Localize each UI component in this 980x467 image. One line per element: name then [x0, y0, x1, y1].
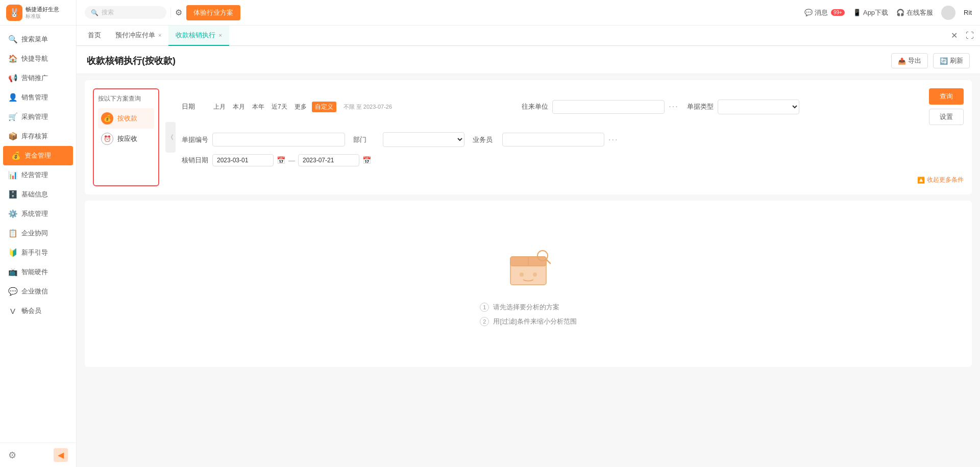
query-button[interactable]: 查询	[929, 88, 964, 105]
main-area: 🔍 搜索 ⚙ 体验行业方案 💬 消息 99+ 📱 App下载 🎧 在线客服 Ri…	[77, 0, 980, 467]
verify-date-end[interactable]	[298, 154, 359, 166]
empty-illustration	[498, 241, 559, 292]
topbar-search-box[interactable]: 🔍 搜索	[85, 6, 166, 19]
wechat-icon: 💬	[8, 287, 17, 296]
sidebar-item-enterprise[interactable]: 📋企业协同	[0, 224, 76, 243]
date-field: 日期 上月 本月 本年 近7天 更多 自定义 不限 至 2023-07-26	[182, 102, 392, 112]
filter-sidebar-title: 按以下方案查询	[98, 94, 154, 103]
sidebar-item-label: 资金管理	[24, 151, 51, 160]
smart-hw-icon: 📺	[8, 267, 17, 277]
sidebar-item-sales[interactable]: 👤销售管理	[0, 88, 76, 107]
shortcut-last-month[interactable]: 上月	[211, 102, 228, 112]
logo-text: 畅捷通好生意 标准版	[26, 6, 59, 19]
tabbar: 首页预付冲应付单×收款核销执行× ✕ ⛶	[77, 26, 980, 46]
sidebar-item-label: 智能硬件	[21, 267, 48, 277]
sidebar-item-label: 企业协同	[21, 229, 48, 238]
collapse-sidebar-icon[interactable]: ◀	[54, 448, 68, 462]
vip-icon: V	[8, 307, 17, 315]
finance-icon: 💰	[11, 151, 20, 160]
date-separator: —	[288, 157, 295, 164]
receipt-icon: 💰	[101, 112, 113, 125]
sidebar-item-marketing[interactable]: 📢营销推广	[0, 68, 76, 88]
page-title: 收款核销执行(按收款)	[87, 55, 176, 67]
guide-icon: 🔰	[8, 248, 17, 257]
shortcut-more[interactable]: 更多	[292, 102, 309, 112]
sidebar-item-operations[interactable]: 📊经营管理	[0, 165, 76, 185]
sidebar-item-finance[interactable]: 💰资金管理	[3, 146, 73, 165]
purchase-icon: 🛒	[8, 112, 17, 121]
sidebar-item-label: 经营管理	[21, 170, 48, 180]
tab-close-receipt-offset[interactable]: ×	[218, 32, 222, 38]
sidebar-item-label: 系统管理	[21, 209, 48, 218]
collapse-more-btn[interactable]: 🔼 收起更多条件	[182, 174, 964, 186]
shortcut-this-month[interactable]: 本月	[231, 102, 247, 112]
topbar-divider	[170, 8, 171, 18]
calendar-end-icon[interactable]: 📅	[362, 156, 371, 164]
department-field: 部门	[353, 132, 464, 147]
filter-option-by-receipt[interactable]: 💰 按收款	[98, 108, 154, 129]
messages-item[interactable]: 💬 消息 99+	[804, 8, 845, 17]
tab-label-receipt-offset: 收款核销执行	[176, 31, 215, 40]
search-icon: 🔍	[8, 35, 17, 44]
tab-home[interactable]: 首页	[81, 26, 108, 46]
sidebar-item-basic-info[interactable]: 🗄️基础信息	[0, 185, 76, 204]
sidebar-item-label: 营销推广	[21, 73, 48, 83]
tab-receipt-offset[interactable]: 收款核销执行×	[168, 26, 229, 46]
tab-close-prepay-offset[interactable]: ×	[158, 32, 161, 38]
sidebar-item-inventory[interactable]: 📦库存核算	[0, 127, 76, 146]
doc-no-input[interactable]	[212, 133, 345, 146]
department-label: 部门	[353, 135, 379, 144]
sidebar: 🐰 畅捷通好生意 标准版 🔍搜索菜单🏠快捷导航📢营销推广👤销售管理🛒采购管理📦库…	[0, 0, 77, 467]
partner-label: 往来单位	[522, 102, 548, 111]
employee-input[interactable]	[502, 133, 604, 146]
sidebar-item-wechat[interactable]: 💬企业微信	[0, 282, 76, 301]
date-shortcuts: 上月 本月 本年 近7天 更多 自定义	[211, 102, 336, 112]
sidebar-item-quick-nav[interactable]: 🏠快捷导航	[0, 49, 76, 68]
user-name: Rit	[964, 9, 972, 16]
department-select[interactable]	[383, 132, 464, 147]
sidebar-item-smart-hw[interactable]: 📺智能硬件	[0, 262, 76, 282]
sidebar-bottom: ⚙ ◀	[0, 443, 76, 467]
filter-option-by-receivable[interactable]: ⏰ 按应收	[98, 129, 154, 149]
filter-collapse-button[interactable]: 《	[165, 122, 176, 153]
page-header: 收款核销执行(按收款) 📤 导出 🔄 刷新	[77, 46, 980, 74]
settings-icon[interactable]: ⚙	[8, 450, 16, 461]
app-icon: 📱	[853, 9, 861, 16]
marketing-icon: 📢	[8, 73, 17, 83]
partner-dots[interactable]: ···	[669, 102, 678, 111]
customer-service-item[interactable]: 🎧 在线客服	[896, 8, 933, 17]
sidebar-nav: 🔍搜索菜单🏠快捷导航📢营销推广👤销售管理🛒采购管理📦库存核算💰资金管理📊经营管理…	[0, 26, 76, 443]
gear-icon[interactable]: ⚙	[175, 8, 182, 17]
employee-dots[interactable]: ···	[608, 135, 618, 144]
doc-no-field: 单据编号	[182, 133, 345, 146]
filter-panel: 按以下方案查询 💰 按收款 ⏰ 按应收 《 日期	[85, 80, 972, 194]
sidebar-item-label: 新手引导	[21, 248, 48, 257]
doc-type-select[interactable]	[718, 100, 799, 114]
date-label: 日期	[182, 102, 207, 111]
empty-tip-2: 2 用[过滤]条件来缩小分析范围	[480, 317, 576, 326]
partner-input[interactable]	[552, 100, 665, 114]
shortcut-custom[interactable]: 自定义	[312, 102, 336, 112]
app-download-item[interactable]: 📱 App下载	[853, 8, 888, 17]
sidebar-item-guide[interactable]: 🔰新手引导	[0, 243, 76, 262]
user-avatar[interactable]	[941, 6, 955, 20]
sidebar-item-label: 库存核算	[21, 132, 48, 141]
shortcut-this-year[interactable]: 本年	[250, 102, 266, 112]
tab-prepay-offset[interactable]: 预付冲应付单×	[108, 26, 168, 46]
sidebar-item-system[interactable]: ⚙️系统管理	[0, 204, 76, 224]
close-tab-button[interactable]: ✕	[949, 29, 960, 42]
basic-info-icon: 🗄️	[8, 190, 17, 199]
export-button[interactable]: 📤 导出	[891, 53, 928, 68]
page-actions: 📤 导出 🔄 刷新	[891, 53, 970, 68]
shortcut-7days[interactable]: 近7天	[270, 102, 289, 112]
settings-button[interactable]: 设置	[929, 109, 964, 125]
calendar-start-icon[interactable]: 📅	[277, 156, 285, 164]
sidebar-item-vip[interactable]: V畅会员	[0, 301, 76, 321]
maximize-button[interactable]: ⛶	[964, 29, 976, 42]
refresh-icon: 🔄	[940, 57, 948, 65]
solution-button[interactable]: 体验行业方案	[186, 5, 240, 20]
sidebar-item-purchase[interactable]: 🛒采购管理	[0, 107, 76, 127]
sidebar-item-search[interactable]: 🔍搜索菜单	[0, 30, 76, 49]
refresh-button[interactable]: 🔄 刷新	[933, 53, 970, 68]
verify-date-start[interactable]	[212, 154, 274, 166]
